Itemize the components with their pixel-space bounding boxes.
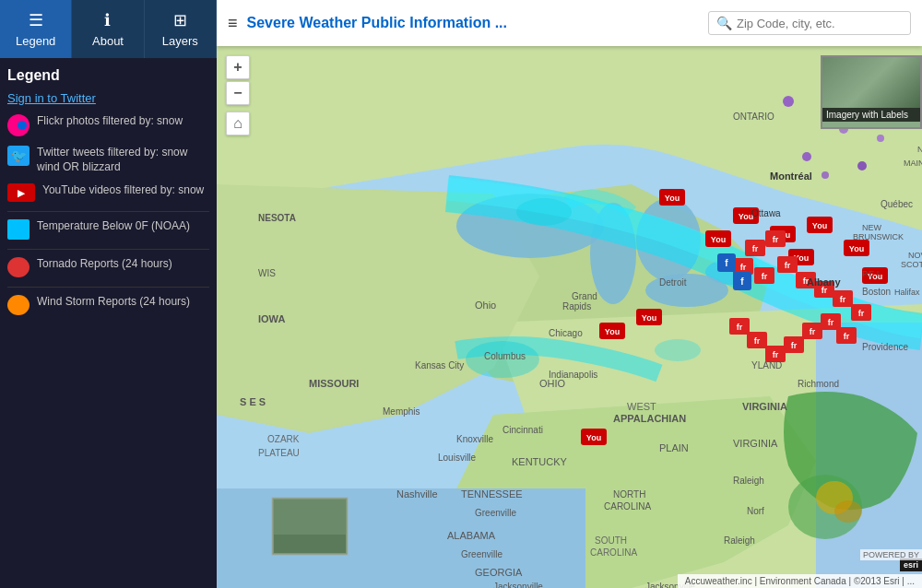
map-controls: + − ⌂: [226, 55, 250, 135]
svg-text:Raleigh: Raleigh: [733, 476, 764, 486]
legend-item-flickr: Flickr photos filtered by: snow: [7, 114, 209, 136]
tab-layers[interactable]: ⊞ Layers: [145, 0, 217, 58]
svg-text:Halifax: Halifax: [894, 288, 920, 297]
search-icon: 🔍: [716, 16, 732, 30]
svg-point-11: [516, 198, 572, 226]
tab-layers-label: Layers: [162, 34, 198, 48]
svg-text:Jacksonville: Jacksonville: [493, 582, 543, 588]
legend-divider-3: [7, 287, 209, 288]
twitter-signin-link[interactable]: Sign in to Twitter: [7, 91, 209, 105]
svg-text:ALABAMA: ALABAMA: [447, 530, 496, 541]
svg-text:Chicago: Chicago: [549, 328, 583, 338]
zoom-in-button[interactable]: +: [226, 55, 250, 79]
svg-text:fr: fr: [752, 244, 759, 253]
svg-text:MISSOURI: MISSOURI: [309, 378, 359, 389]
svg-text:OZARK: OZARK: [267, 434, 300, 444]
svg-text:Québec: Québec: [881, 199, 913, 209]
svg-text:Rapids: Rapids: [562, 301, 591, 312]
svg-text:Albany: Albany: [807, 276, 842, 288]
svg-point-24: [822, 171, 829, 179]
svg-text:VIRGINIA: VIRGINIA: [733, 438, 778, 449]
svg-text:Ohio: Ohio: [475, 300, 496, 311]
svg-text:NORTH: NORTH: [613, 489, 645, 500]
svg-text:NEW: NEW: [862, 223, 882, 232]
svg-point-23: [802, 152, 811, 161]
twitter-icon: 🐦: [7, 146, 30, 166]
legend-item-tornado: Tornado Reports (24 hours): [7, 257, 209, 277]
flickr-legend-text: Flickr photos filtered by: snow: [37, 114, 209, 129]
storm-legend-text: Wind Storm Reports (24 hours): [37, 295, 209, 310]
svg-point-16: [783, 96, 794, 107]
map-title: Severe Weather Public Information ...: [247, 15, 708, 31]
svg-text:Detroit: Detroit: [659, 277, 687, 288]
svg-text:fr: fr: [840, 295, 846, 304]
svg-text:NOVA: NOVA: [908, 251, 922, 260]
svg-rect-86: [274, 535, 346, 553]
svg-text:CAROLINA: CAROLINA: [590, 547, 637, 558]
svg-text:NEW: NEW: [917, 145, 922, 154]
svg-text:fr: fr: [762, 272, 768, 281]
youtube-icon: ▶: [7, 183, 35, 202]
svg-text:KENTUCKY: KENTUCKY: [512, 456, 568, 467]
svg-text:Knoxville: Knoxville: [456, 434, 493, 444]
hamburger-icon[interactable]: ≡: [228, 14, 238, 33]
tab-legend[interactable]: ☰ Legend: [0, 0, 72, 58]
svg-text:ONTARIO: ONTARIO: [733, 112, 774, 122]
svg-text:MAINE: MAINE: [904, 159, 922, 168]
zoom-out-button[interactable]: −: [226, 81, 250, 105]
svg-text:WIS: WIS: [258, 268, 276, 278]
svg-point-25: [857, 161, 867, 171]
twitter-legend-text: Twitter tweets filtered by: snow wind OR…: [37, 146, 209, 174]
home-button[interactable]: ⌂: [226, 112, 250, 135]
svg-text:S E S: S E S: [240, 396, 266, 407]
svg-point-15: [834, 500, 862, 523]
tab-about[interactable]: ℹ About: [72, 0, 144, 58]
svg-text:Louisville: Louisville: [438, 453, 477, 463]
svg-text:Richmond: Richmond: [798, 379, 839, 389]
svg-text:Boston: Boston: [862, 287, 891, 297]
layers-icon: ⊞: [173, 10, 187, 30]
tornado-legend-text: Tornado Reports (24 hours): [37, 257, 209, 272]
search-input[interactable]: [737, 17, 903, 30]
svg-text:Ottawa: Ottawa: [751, 208, 781, 218]
svg-text:YLAND: YLAND: [751, 360, 782, 370]
svg-text:You: You: [665, 194, 680, 203]
svg-text:PLAIN: PLAIN: [659, 442, 689, 453]
svg-text:IOWA: IOWA: [258, 313, 285, 324]
legend-icon: ☰: [29, 10, 43, 30]
svg-text:Grand: Grand: [572, 291, 597, 301]
svg-text:Providence: Providence: [862, 342, 908, 352]
svg-text:Columbus: Columbus: [484, 351, 526, 361]
tornado-icon: [7, 257, 30, 277]
svg-point-12: [655, 339, 701, 361]
youtube-legend-text: YouTube videos filtered by: snow: [42, 183, 209, 198]
svg-text:fr: fr: [810, 327, 816, 336]
svg-text:P.E.I.: P.E.I.: [862, 269, 881, 278]
map-canvas[interactable]: You You You You You You You You You: [217, 46, 922, 588]
legend-divider-1: [7, 211, 209, 212]
svg-text:Norf: Norf: [747, 506, 764, 516]
london-thumbnail: Imagery with Labels: [821, 55, 922, 129]
svg-point-22: [877, 135, 884, 142]
svg-text:PLATEAU: PLATEAU: [258, 448, 300, 458]
powered-by-label: POWERED BY: [860, 549, 922, 560]
legend-item-twitter: 🐦 Twitter tweets filtered by: snow wind …: [7, 146, 209, 174]
svg-text:You: You: [849, 244, 864, 253]
esri-logo: esri: [900, 559, 922, 571]
svg-text:Cincinnati: Cincinnati: [502, 425, 543, 435]
search-box: 🔍: [708, 11, 911, 35]
tab-legend-label: Legend: [16, 34, 55, 48]
flickr-icon: [7, 114, 30, 136]
svg-rect-85: [274, 500, 346, 535]
svg-text:Greenville: Greenville: [461, 549, 502, 559]
svg-text:You: You: [812, 221, 827, 230]
svg-point-1: [18, 121, 27, 130]
legend-divider-2: [7, 249, 209, 250]
svg-text:fr: fr: [844, 332, 850, 341]
svg-text:Kansas City: Kansas City: [415, 360, 464, 370]
svg-text:NESOTA: NESOTA: [258, 213, 296, 223]
svg-text:You: You: [711, 235, 726, 244]
svg-text:fr: fr: [737, 323, 743, 332]
svg-text:fr: fr: [754, 336, 761, 346]
svg-text:fr: fr: [785, 261, 791, 270]
